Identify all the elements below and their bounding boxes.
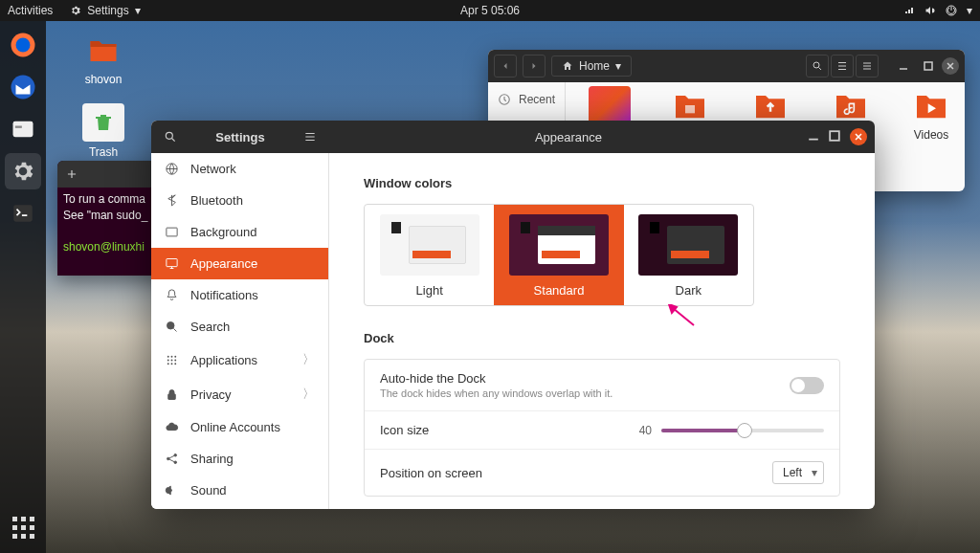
files-minimize-button[interactable] [892, 55, 915, 77]
svg-rect-7 [924, 62, 932, 70]
files-pathbar[interactable]: Home ▾ [551, 55, 632, 77]
svg-rect-25 [168, 393, 176, 399]
iconsize-label: Icon size [380, 423, 429, 437]
dock-settings-panel: Auto-hide the Dock The dock hides when a… [364, 359, 840, 497]
svg-rect-13 [167, 228, 177, 236]
svg-point-21 [174, 359, 176, 361]
files-menu-button[interactable] [856, 55, 879, 77]
svg-point-18 [174, 355, 176, 357]
settings-search-button[interactable] [159, 125, 182, 148]
sidebar-item-sound[interactable]: Sound [151, 475, 328, 506]
window-color-light[interactable]: Light [365, 205, 494, 305]
svg-point-15 [167, 322, 175, 330]
settings-close-button[interactable] [850, 128, 867, 145]
iconsize-slider[interactable] [661, 429, 824, 432]
app-menu[interactable]: Settings ▾ [70, 4, 140, 17]
gear-icon [70, 5, 81, 16]
home-icon [562, 60, 573, 72]
svg-point-10 [166, 132, 172, 139]
desktop-trash[interactable]: Trash [73, 103, 134, 159]
dock-files[interactable] [5, 111, 41, 147]
sidebar-item-online-accounts[interactable]: Online Accounts [151, 411, 328, 443]
dock-thunderbird[interactable] [5, 69, 41, 105]
svg-point-29 [169, 489, 172, 492]
volume-indicator-icon[interactable] [924, 5, 936, 16]
share-icon [165, 452, 179, 466]
sidebar-item-sharing[interactable]: Sharing [151, 443, 328, 475]
autohide-description: The dock hides when any windows overlap … [380, 387, 612, 399]
files-sidebar-recent[interactable]: Recent [488, 88, 565, 111]
settings-panel-title: Appearance [329, 130, 808, 144]
dock-firefox[interactable] [5, 27, 41, 63]
files-view-button[interactable] [831, 55, 854, 77]
svg-point-24 [174, 363, 176, 365]
sidebar-item-notifications[interactable]: Notifications [151, 279, 328, 311]
autohide-switch[interactable] [790, 377, 824, 394]
clock[interactable]: Apr 5 05:06 [460, 4, 520, 17]
dock-terminal[interactable] [5, 195, 41, 232]
plus-icon [65, 167, 78, 181]
window-color-standard[interactable]: Standard [494, 205, 623, 305]
svg-rect-4 [15, 126, 22, 128]
settings-headerbar: Settings Appearance [151, 121, 875, 153]
clock-icon [498, 93, 511, 106]
svg-point-23 [171, 363, 173, 365]
window-color-dark[interactable]: Dark [624, 205, 753, 305]
settings-menu-button[interactable] [299, 125, 322, 148]
svg-point-19 [167, 359, 169, 361]
window-colors-heading: Window colors [364, 176, 840, 190]
sidebar-item-background[interactable]: Background [151, 216, 328, 248]
settings-window: Settings Appearance Network Bluetooth Ba… [151, 121, 875, 509]
svg-rect-3 [13, 122, 33, 137]
position-dropdown[interactable]: Left [772, 461, 824, 484]
desktop-home-folder[interactable]: shovon [73, 31, 134, 86]
terminal-prompt: shovon@linuxhi [63, 240, 145, 254]
svg-point-20 [171, 359, 173, 361]
bell-icon [165, 288, 179, 302]
dock-settings[interactable] [5, 153, 41, 189]
activities-button[interactable]: Activities [8, 4, 53, 17]
sidebar-item-privacy[interactable]: Privacy〉 [151, 377, 328, 411]
network-indicator-icon[interactable] [903, 5, 915, 16]
settings-maximize-button[interactable] [829, 130, 840, 144]
appearance-icon [165, 256, 179, 271]
svg-rect-14 [167, 259, 177, 267]
chevron-right-icon: 〉 [302, 386, 315, 403]
settings-panel: Window colors Light Standard Dark Dock [329, 153, 875, 509]
files-item-videos[interactable]: Videos [910, 86, 952, 188]
files-maximize-button[interactable] [917, 55, 940, 77]
files-search-button[interactable] [806, 55, 829, 77]
dock [0, 21, 46, 553]
sidebar-item-search[interactable]: Search [151, 311, 328, 343]
dock-autohide-row: Auto-hide the Dock The dock hides when a… [365, 360, 839, 411]
apps-icon [165, 353, 179, 367]
sidebar-item-applications[interactable]: Applications〉 [151, 343, 328, 377]
svg-rect-9 [685, 105, 695, 113]
sidebar-item-appearance[interactable]: Appearance [151, 248, 328, 279]
system-menu-chevron-icon[interactable]: ▾ [967, 4, 972, 17]
svg-point-27 [174, 454, 177, 457]
svg-point-2 [11, 76, 35, 100]
svg-point-17 [171, 355, 173, 357]
lock-icon [165, 387, 179, 402]
sidebar-item-bluetooth[interactable]: Bluetooth [151, 185, 328, 216]
sidebar-item-network[interactable]: Network [151, 153, 328, 185]
power-indicator-icon[interactable] [946, 5, 957, 16]
window-colors-options: Light Standard Dark [364, 204, 754, 306]
cloud-icon [165, 420, 179, 434]
background-icon [165, 225, 179, 239]
chevron-right-icon: 〉 [302, 351, 315, 368]
network-icon [165, 162, 179, 176]
show-applications[interactable] [5, 509, 41, 545]
svg-point-16 [167, 355, 169, 357]
files-forward-button[interactable] [523, 55, 546, 77]
files-back-button[interactable] [494, 55, 517, 77]
iconsize-value: 40 [639, 424, 652, 437]
chevron-down-icon: ▾ [615, 59, 621, 73]
search-icon [165, 320, 179, 334]
files-close-button[interactable] [942, 57, 959, 75]
position-label: Position on screen [380, 466, 482, 480]
settings-minimize-button[interactable] [808, 130, 819, 144]
svg-point-22 [167, 363, 169, 365]
sound-icon [165, 483, 179, 498]
